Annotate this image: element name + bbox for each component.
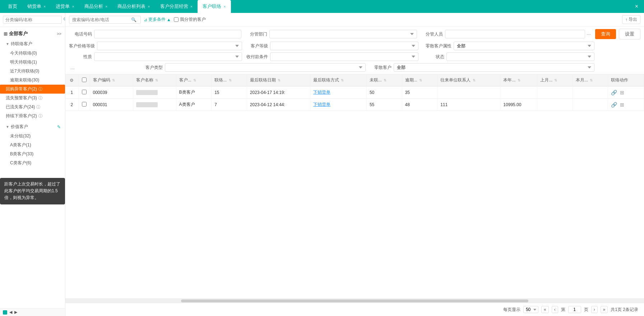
row2-category: A类客户	[176, 99, 212, 111]
customer-type-select[interactable]	[165, 63, 366, 72]
last-page-button[interactable]: »	[601, 306, 608, 313]
sort-method-icon[interactable]: ⇅	[341, 78, 344, 82]
price-grade-select[interactable]	[97, 42, 242, 50]
sort-date-icon[interactable]: ⇅	[278, 78, 281, 82]
close-customer-tier-icon[interactable]: ×	[190, 4, 193, 9]
sidebar-footer-right[interactable]: ▶	[14, 310, 17, 315]
sidebar-item-ungroup[interactable]: 未分组(32)	[0, 132, 65, 141]
sort-year-icon[interactable]: ⇅	[518, 78, 520, 82]
my-customers-checkbox[interactable]	[174, 17, 179, 22]
payment-select[interactable]	[270, 52, 418, 61]
settings-button[interactable]: 设置	[619, 29, 640, 39]
filter-row-3: 性质 收付款条件 状态	[69, 52, 640, 61]
sidebar-item-already-lost[interactable]: 已流失客户(24) ⓘ	[0, 103, 65, 112]
gender-select[interactable]	[94, 52, 242, 61]
sidebar-item-a-class[interactable]: A类客户(1)	[0, 141, 65, 150]
sidebar-item-lost-warning[interactable]: 流失预警客户(3) ⓘ	[0, 94, 65, 103]
row1-code: 000039	[90, 86, 133, 99]
query-button[interactable]: 查询	[595, 29, 616, 39]
extra-filter-dots[interactable]: ...	[69, 65, 76, 70]
window-close-button[interactable]: ×	[632, 3, 641, 10]
sort-this-month-icon[interactable]: ⇅	[590, 78, 593, 82]
nav-purchase[interactable]: 进货单 ×	[51, 0, 79, 13]
prev-page-button[interactable]: ‹	[552, 306, 558, 313]
phone-label: 电话号码	[69, 31, 94, 37]
pending-group-header[interactable]: ▼ 待联络客户	[0, 39, 65, 49]
phone-input[interactable]	[94, 30, 241, 38]
close-purchase-icon[interactable]: ×	[72, 4, 74, 9]
manager-input[interactable]	[445, 30, 585, 38]
more-conditions-btn[interactable]: ⊿ 更多条件 ▲	[144, 16, 171, 23]
th-last-contact-method: 最后联络方式 ⇅	[310, 74, 367, 86]
row1-checkbox[interactable]	[82, 90, 87, 94]
dept-select[interactable]	[269, 30, 417, 38]
value-edit-icon[interactable]: ✎	[57, 124, 61, 129]
sidebar-item-b-class[interactable]: B类客户(33)	[0, 150, 65, 159]
sidebar-item-tomorrow[interactable]: 明天待联络(1)	[0, 58, 65, 67]
close-sales-icon[interactable]: ×	[43, 4, 46, 9]
sidebar-item-overdue[interactable]: 逾期未联络(30)	[0, 76, 65, 85]
status-select[interactable]	[446, 52, 594, 61]
row2-grid-icon[interactable]: ⊞	[620, 102, 624, 108]
sort-overdue-icon[interactable]: ⇅	[419, 78, 422, 82]
zero-customer-field: 零散客户 全部	[369, 63, 594, 72]
all-customers-header[interactable]: ⊞ 全部客户 >>	[0, 28, 65, 39]
sidebar-item-7days[interactable]: 近7天待联络(0)	[0, 67, 65, 76]
page-number-input[interactable]	[568, 306, 581, 313]
close-customer-contact-icon[interactable]: ×	[223, 4, 226, 9]
row2-method-link[interactable]: 下销货单	[313, 102, 330, 107]
column-settings-icon[interactable]: ⚙	[70, 78, 74, 83]
first-page-button[interactable]: «	[541, 306, 549, 313]
horizontal-scrollbar[interactable]	[65, 298, 644, 303]
advanced-filters: 电话号码 分管部门 分管人员 ··· 查询 设置	[65, 27, 644, 74]
sidebar-item-repurchase-abnormal[interactable]: 回购异常客户(2) ⓘ	[0, 85, 65, 94]
sort-contact-icon[interactable]: ⇅	[229, 78, 232, 82]
sort-category-icon[interactable]: ⇅	[193, 78, 196, 82]
select-all-checkbox[interactable]	[82, 77, 87, 82]
sort-name-icon[interactable]: ⇅	[155, 78, 158, 82]
row1-name-blurred	[136, 90, 158, 95]
sidebar-search-input[interactable]	[3, 16, 62, 24]
nav-analysis-list[interactable]: 商品分析列表 ×	[112, 0, 155, 13]
row1-action-icons: 🔗 ⊞	[611, 90, 641, 95]
sort-unit-icon[interactable]: ⇅	[473, 78, 476, 82]
nav-analysis[interactable]: 商品分析 ×	[79, 0, 112, 13]
sidebar-item-c-class[interactable]: C类客户(6)	[0, 159, 65, 168]
value-arrow-icon: ▼	[6, 125, 9, 129]
close-analysis-icon[interactable]: ×	[105, 4, 107, 9]
sidebar-item-today[interactable]: 今天待联络(0)	[0, 49, 65, 58]
per-page-select[interactable]: 50	[523, 306, 538, 313]
my-customers-filter[interactable]: 我分管的客户	[174, 16, 206, 23]
pending-group: ▼ 待联络客户 今天待联络(0) 明天待联络(1) 近7天待联络(0) 逾期未联…	[0, 39, 65, 85]
zero-customer-select[interactable]: 全部	[394, 63, 594, 72]
main-search-input[interactable]	[72, 17, 130, 22]
nav-customer-contact[interactable]: 客户联络 ×	[198, 0, 231, 13]
row1-link-icon[interactable]: 🔗	[611, 90, 617, 95]
sort-not-contacted-icon[interactable]: ⇅	[384, 78, 386, 82]
th-this-month: 本月... ⇅	[573, 74, 608, 86]
row2-checkbox[interactable]	[82, 102, 87, 107]
sort-last-month-icon[interactable]: ⇅	[554, 78, 557, 82]
manager-dots[interactable]: ···	[585, 31, 592, 37]
zero-sale-attr-select[interactable]: 全部	[454, 42, 594, 50]
main-search-icon[interactable]: 🔍	[131, 17, 136, 22]
row1-grid-icon[interactable]: ⊞	[620, 90, 624, 95]
sidebar-item-continuous-down[interactable]: 持续下滑客户(2) ⓘ	[0, 112, 65, 121]
value-group-header[interactable]: ▼ 价值客户 ✎	[0, 122, 65, 132]
close-analysis-list-icon[interactable]: ×	[148, 4, 150, 9]
nav-sales[interactable]: 销货单 ×	[22, 0, 51, 13]
row1-method-link[interactable]: 下销货单	[313, 90, 330, 95]
scrollbar-thumb[interactable]	[181, 300, 528, 302]
nav-home[interactable]: 首页	[3, 0, 22, 13]
export-button[interactable]: ↑ 导出	[622, 15, 640, 24]
collapse-sidebar-icon[interactable]: >>	[57, 32, 61, 36]
th-unit-contacts: 往来单位联系人 ⇅	[437, 74, 500, 86]
row1-contact: 15	[212, 86, 247, 99]
customer-grade-select[interactable]	[270, 42, 418, 50]
row1-last-contact-date: 2023-04-17 14:19:	[247, 86, 310, 99]
sort-code-icon[interactable]: ⇅	[112, 78, 115, 82]
next-page-button[interactable]: ›	[591, 306, 598, 313]
nav-customer-tier[interactable]: 客户分层经营 ×	[155, 0, 198, 13]
row2-link-icon[interactable]: 🔗	[611, 102, 617, 108]
row2-actions: 🔗 ⊞	[608, 99, 644, 111]
